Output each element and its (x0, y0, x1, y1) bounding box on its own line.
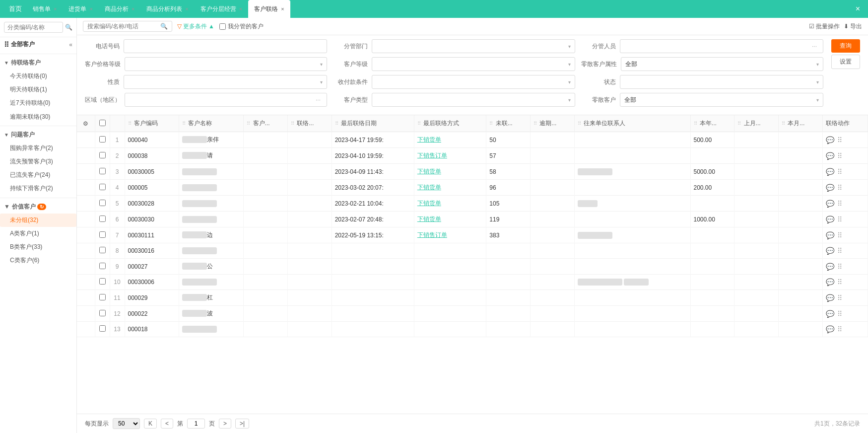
retail-attr-select[interactable]: 全部 ▾ (621, 57, 823, 71)
batch-operation-button[interactable]: ☑ 批量操作 (809, 22, 840, 31)
row-checkbox[interactable] (99, 325, 106, 332)
search-box[interactable]: 🔍 (83, 21, 172, 32)
nature-select[interactable]: ▾ (124, 75, 327, 89)
close-icon[interactable]: × (54, 6, 57, 12)
grid-action-icon[interactable]: ⠿ (837, 168, 842, 176)
grid-action-icon[interactable]: ⠿ (837, 294, 842, 302)
row-checkbox[interactable] (99, 168, 106, 174)
sidebar-item-churn-warning[interactable]: 流失预警客户(3) (0, 155, 76, 168)
cell-checkbox[interactable] (95, 212, 110, 227)
grid-action-icon[interactable]: ⠿ (837, 184, 842, 192)
select-all-checkbox[interactable] (99, 120, 106, 126)
category-search-input[interactable] (4, 22, 63, 33)
contact-way-link[interactable]: 下销货单 (417, 200, 441, 207)
grid-action-icon[interactable]: ⠿ (837, 152, 842, 160)
message-icon[interactable]: 💬 (826, 152, 834, 160)
reset-button[interactable]: 设置 (831, 55, 860, 69)
row-checkbox[interactable] (99, 231, 106, 238)
column-not-contacted[interactable]: ⠿ 未联... (486, 115, 531, 132)
payment-select[interactable]: ▾ (372, 75, 575, 89)
customer-type-select[interactable]: ▾ (372, 93, 575, 107)
page-input[interactable] (187, 419, 205, 429)
contact-way-link[interactable]: 下销售订单 (417, 152, 447, 159)
contact-way-link[interactable]: 下销货单 (417, 136, 441, 143)
my-customers-filter[interactable]: 我分管的客户 (219, 22, 264, 31)
tab-customer-contact[interactable]: 客户联络 × (248, 0, 290, 18)
grid-action-icon[interactable]: ⠿ (837, 200, 842, 208)
row-checkbox[interactable] (99, 263, 106, 269)
column-last-contact-date[interactable]: ⠿ 最后联络日期 (332, 115, 414, 132)
message-icon[interactable]: 💬 (826, 247, 834, 255)
column-contact[interactable]: ⠿ 联络... (287, 115, 332, 132)
message-icon[interactable]: 💬 (826, 294, 834, 302)
message-icon[interactable]: 💬 (826, 278, 834, 286)
first-page-button[interactable]: K (144, 419, 157, 429)
column-overdue[interactable]: ⠿ 逾期... (531, 115, 575, 132)
grid-action-icon[interactable]: ⠿ (837, 278, 842, 286)
message-icon[interactable]: 💬 (826, 325, 834, 333)
tab-product-analysis[interactable]: 商品分析 × (99, 0, 140, 18)
next-page-button[interactable]: > (219, 419, 231, 429)
contact-way-link[interactable]: 下销货单 (417, 216, 441, 222)
region-select[interactable]: ··· (125, 93, 327, 107)
column-code[interactable]: ⠿ 客户编码 (125, 115, 179, 132)
search-icon[interactable]: 🔍 (160, 23, 168, 30)
retail-customer-select[interactable]: 全部 ▾ (620, 93, 823, 107)
cell-checkbox[interactable] (95, 180, 110, 196)
prev-page-button[interactable]: < (161, 419, 173, 429)
row-checkbox[interactable] (99, 184, 106, 190)
manager-select[interactable]: ··· (620, 39, 823, 53)
row-checkbox[interactable] (99, 152, 106, 158)
home-tab[interactable]: 首页 (4, 0, 27, 18)
sidebar-item-7day-pending[interactable]: 近7天待联络(0) (0, 96, 76, 110)
cell-checkbox[interactable] (95, 164, 110, 180)
grid-action-icon[interactable]: ⠿ (837, 247, 842, 255)
cell-checkbox[interactable] (95, 243, 110, 259)
message-icon[interactable]: 💬 (826, 216, 834, 223)
window-close-button[interactable]: × (852, 4, 864, 13)
column-this-year[interactable]: ⠿ 本年... (690, 115, 734, 132)
close-icon[interactable]: × (89, 6, 92, 12)
message-icon[interactable]: 💬 (826, 231, 834, 239)
contact-way-link[interactable]: 下销货单 (417, 168, 441, 175)
sidebar-group-value[interactable]: ▼ 价值客户 ↻ (0, 200, 76, 214)
close-icon[interactable]: × (281, 6, 284, 12)
more-conditions-button[interactable]: ▽ 更多条件 ▲ (177, 22, 214, 31)
column-name[interactable]: ⠿ 客户名称 (179, 115, 244, 132)
sidebar-item-today-pending[interactable]: 今天待联络(0) (0, 70, 76, 83)
cell-checkbox[interactable] (95, 196, 110, 212)
grid-action-icon[interactable]: ⠿ (837, 231, 842, 239)
grid-action-icon[interactable]: ⠿ (837, 216, 842, 223)
sidebar-item-unclassified[interactable]: 未分组(32) (0, 214, 76, 227)
sidebar-item-churned[interactable]: 已流失客户(24) (0, 168, 76, 182)
message-icon[interactable]: 💬 (826, 310, 834, 318)
cell-checkbox[interactable] (95, 290, 110, 306)
cell-checkbox[interactable] (95, 306, 110, 322)
row-checkbox[interactable] (99, 216, 106, 222)
sidebar-item-overdue[interactable]: 逾期未联络(30) (0, 110, 76, 124)
message-icon[interactable]: 💬 (826, 184, 834, 192)
contact-way-link[interactable]: 下销货单 (417, 184, 441, 191)
cell-checkbox[interactable] (95, 148, 110, 164)
tab-customer-segment[interactable]: 客户分层经营 × (195, 0, 248, 18)
row-checkbox[interactable] (99, 294, 106, 300)
sidebar-group-problem[interactable]: ▼ 问题客户 (0, 128, 76, 142)
row-checkbox[interactable] (99, 200, 106, 206)
cell-checkbox[interactable] (95, 259, 110, 275)
close-icon[interactable]: × (185, 6, 188, 12)
column-last-contact-way[interactable]: ⠿ 最后联络方式 (414, 115, 486, 132)
status-select[interactable]: ▾ (620, 75, 823, 89)
sidebar-item-class-b[interactable]: B类客户(33) (0, 240, 76, 254)
sidebar-item-class-a[interactable]: A类客户(1) (0, 227, 76, 240)
sidebar-item-tomorrow-pending[interactable]: 明天待联络(1) (0, 83, 76, 96)
close-icon[interactable]: × (239, 6, 242, 12)
price-level-select[interactable]: ▾ (125, 57, 327, 71)
column-external-contact[interactable]: ⠿ 往来单位联系人 (574, 115, 690, 132)
query-button[interactable]: 查询 (831, 39, 860, 53)
column-this-month[interactable]: ⠿ 本月... (778, 115, 822, 132)
tab-product-analysis-list[interactable]: 商品分析列表 × (140, 0, 194, 18)
phone-input[interactable] (124, 39, 327, 53)
tab-sales-order[interactable]: 销售单 × (27, 0, 63, 18)
row-checkbox[interactable] (99, 136, 106, 143)
row-checkbox[interactable] (99, 247, 106, 253)
